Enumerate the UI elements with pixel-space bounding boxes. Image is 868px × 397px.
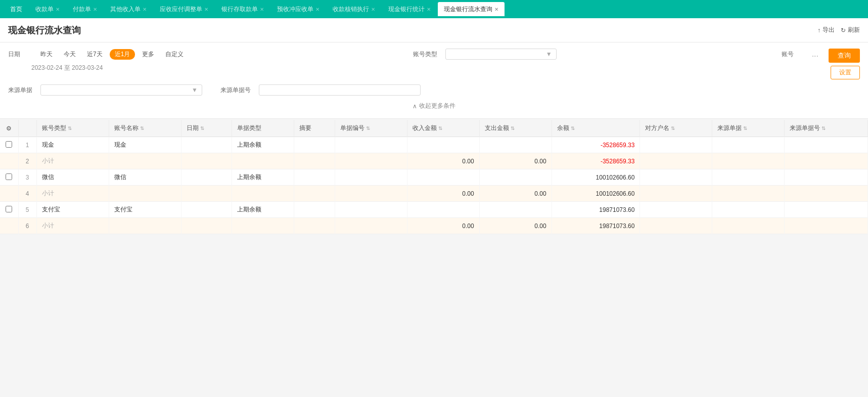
cell-account_name-4: 支付宝 — [109, 202, 181, 218]
cell-expense-0 — [479, 137, 552, 153]
nav-tab-close-7[interactable]: ✕ — [427, 7, 431, 12]
cell-account_name-2: 微信 — [109, 169, 181, 186]
col-header-expense[interactable]: 支出金额⇅ — [479, 120, 552, 137]
date-option-5[interactable]: 自定义 — [161, 49, 188, 60]
nav-tab-7[interactable]: 现金银行统计✕ — [382, 2, 437, 16]
nav-tab-label-8: 现金银行流水查询 — [444, 5, 492, 14]
cell-counterpart-5 — [640, 218, 712, 234]
row-checkbox-3[interactable] — [0, 186, 18, 202]
cell-counterpart-0 — [640, 137, 712, 153]
col-header-date[interactable]: 日期⇅ — [181, 120, 232, 137]
date-option-1[interactable]: 今天 — [60, 49, 80, 60]
query-button[interactable]: 查询 — [829, 49, 860, 63]
col-header-source_doc[interactable]: 来源单据⇅ — [712, 120, 785, 137]
nav-tab-2[interactable]: 其他收入单✕ — [104, 2, 153, 16]
nav-tab-3[interactable]: 应收应付调整单✕ — [154, 2, 214, 16]
settings-icon[interactable]: ⚙ — [6, 125, 12, 132]
export-button[interactable]: ↑ 导出 — [817, 26, 835, 34]
date-options: 昨天今天近7天近1月更多自定义 — [36, 49, 188, 60]
row-checkbox-2[interactable] — [0, 169, 18, 186]
cell-summary-3 — [294, 186, 335, 202]
refresh-label: 刷新 — [848, 26, 860, 34]
cell-counterpart-4 — [640, 202, 712, 218]
collapse-bar[interactable]: ∧ 收起更多条件 — [8, 100, 860, 112]
collapse-chevron-icon: ∧ — [413, 103, 417, 110]
nav-tab-close-8[interactable]: ✕ — [494, 7, 498, 12]
export-label: 导出 — [823, 26, 835, 34]
cell-balance-1: -3528659.33 — [552, 153, 640, 169]
cell-source_doc-3 — [712, 186, 785, 202]
row-checkbox-5[interactable] — [0, 218, 18, 234]
cell-account_name-3 — [109, 186, 181, 202]
nav-tab-close-2[interactable]: ✕ — [143, 7, 147, 12]
row-check[interactable] — [6, 173, 12, 180]
table-row: 2小计0.000.00-3528659.33 — [0, 153, 868, 169]
nav-tab-label-0: 收款单 — [35, 5, 54, 14]
row-checkbox-4[interactable] — [0, 202, 18, 218]
source-doc-no-label: 来源单据号 — [220, 86, 251, 95]
date-range: 2023-02-24 至 2023-03-24 — [31, 64, 820, 72]
table-row: 6小计0.000.0019871073.60 — [0, 218, 868, 234]
nav-tab-8[interactable]: 现金银行流水查询✕ — [438, 2, 505, 16]
table-container: ⚙账号类型⇅账号名称⇅日期⇅单据类型摘要单据编号⇅收入金额⇅支出金额⇅余额⇅对方… — [0, 120, 868, 234]
source-doc-no-input[interactable] — [259, 84, 421, 96]
cell-date-1 — [181, 153, 232, 169]
nav-tab-4[interactable]: 银行存取款单✕ — [215, 2, 270, 16]
source-filter-row: 来源单据 ▼ 来源单据号 — [8, 84, 860, 96]
nav-tab-5[interactable]: 预收冲应收单✕ — [271, 2, 326, 16]
cell-doc_no-4 — [335, 202, 407, 218]
nav-tab-6[interactable]: 收款核销执行✕ — [327, 2, 381, 16]
cell-source_doc_no-1 — [785, 153, 868, 169]
nav-tab-close-6[interactable]: ✕ — [371, 7, 375, 12]
col-header-balance[interactable]: 余额⇅ — [552, 120, 640, 137]
cell-account_type-0: 现金 — [36, 137, 109, 153]
date-option-4[interactable]: 更多 — [138, 49, 158, 60]
date-option-0[interactable]: 昨天 — [36, 49, 57, 60]
account-dots-btn[interactable]: ... — [810, 50, 820, 59]
nav-tab-close-4[interactable]: ✕ — [260, 7, 264, 12]
row-check[interactable] — [6, 141, 12, 148]
col-header-income[interactable]: 收入金额⇅ — [407, 120, 479, 137]
cell-income-5: 0.00 — [407, 218, 479, 234]
nav-tab-label-7: 现金银行统计 — [388, 5, 425, 14]
nav-tab-close-0[interactable]: ✕ — [56, 7, 60, 12]
account-type-chevron: ▼ — [546, 51, 552, 58]
nav-tab-close-3[interactable]: ✕ — [204, 7, 208, 12]
date-label: 日期 — [8, 50, 28, 59]
cell-account_type-5: 小计 — [36, 218, 109, 234]
date-option-3[interactable]: 近1月 — [110, 49, 135, 60]
cell-account_name-0: 现金 — [109, 137, 181, 153]
setting-button[interactable]: 设置 — [831, 66, 860, 79]
col-header-account_type[interactable]: 账号类型⇅ — [36, 120, 109, 137]
source-doc-select[interactable]: ▼ — [40, 84, 202, 96]
cell-income-0 — [407, 137, 479, 153]
cell-account_type-1: 小计 — [36, 153, 109, 169]
collapse-label: 收起更多条件 — [419, 102, 455, 110]
col-header-doc_no[interactable]: 单据编号⇅ — [335, 120, 407, 137]
row-num-5: 6 — [18, 218, 36, 234]
nav-tab-close-1[interactable]: ✕ — [93, 7, 97, 12]
nav-tab-close-5[interactable]: ✕ — [315, 7, 319, 12]
col-header-counterpart[interactable]: 对方户名⇅ — [640, 120, 712, 137]
row-checkbox-1[interactable] — [0, 153, 18, 169]
row-check[interactable] — [6, 206, 12, 212]
nav-tab-1[interactable]: 付款单✕ — [67, 2, 103, 16]
cell-doc_no-5 — [335, 218, 407, 234]
nav-tab-0[interactable]: 收款单✕ — [29, 2, 66, 16]
cell-account_type-4: 支付宝 — [36, 202, 109, 218]
nav-home[interactable]: 首页 — [4, 2, 28, 16]
col-header-source_doc_no[interactable]: 来源单据号⇅ — [785, 120, 868, 137]
cell-doc_type-3 — [232, 186, 294, 202]
cell-expense-3: 0.00 — [479, 186, 552, 202]
row-checkbox-0[interactable] — [0, 137, 18, 153]
cell-doc_type-2: 上期余额 — [232, 169, 294, 186]
account-type-select[interactable]: ▼ — [445, 49, 557, 60]
table-row: 4小计0.000.00100102606.60 — [0, 186, 868, 202]
cell-doc_no-3 — [335, 186, 407, 202]
col-header-account_name[interactable]: 账号名称⇅ — [109, 120, 181, 137]
refresh-button[interactable]: ↻ 刷新 — [841, 26, 860, 34]
source-doc-label: 来源单据 — [8, 86, 32, 95]
page-header: 现金银行流水查询 ↑ 导出 ↻ 刷新 — [0, 18, 868, 42]
cell-source_doc_no-3 — [785, 186, 868, 202]
date-option-2[interactable]: 近7天 — [83, 49, 107, 60]
